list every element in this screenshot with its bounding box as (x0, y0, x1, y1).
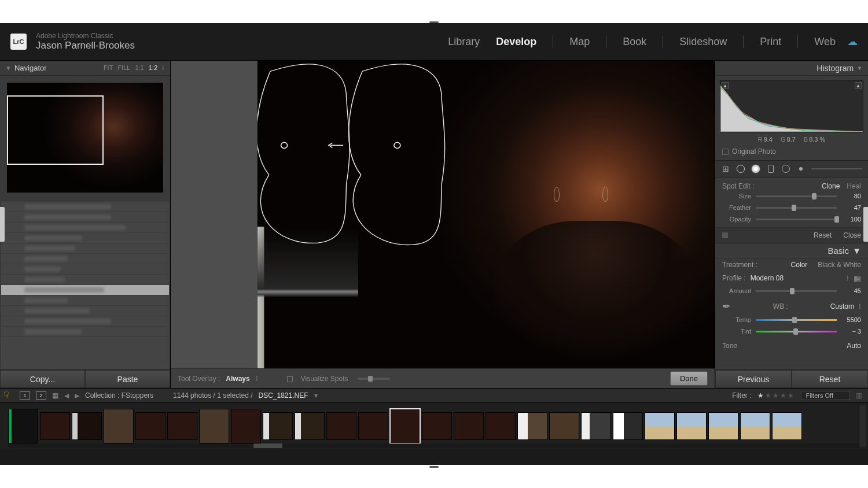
filter-stars[interactable]: ★★★★★ (757, 391, 795, 400)
copy-button[interactable]: Copy... (0, 370, 85, 388)
module-web[interactable]: Web (814, 36, 836, 48)
spot-feather-slider[interactable]: Feather 47 (722, 202, 861, 213)
visualize-slider[interactable] (358, 378, 390, 380)
filmstrip-thumb[interactable] (517, 412, 547, 440)
filmstrip-thumb[interactable] (295, 412, 325, 440)
filmstrip-thumb[interactable] (199, 409, 229, 443)
spot-mode-clone[interactable]: Clone (822, 182, 840, 190)
profile-amount-slider[interactable]: Amount 45 (722, 285, 861, 297)
spot-size-slider[interactable]: Size 80 (722, 190, 861, 202)
spot-tool-icon[interactable] (736, 164, 745, 173)
breadcrumb[interactable]: Collection : FStoppers (85, 391, 153, 400)
filmstrip-thumb[interactable] (231, 409, 261, 443)
filmstrip[interactable] (0, 403, 868, 449)
temp-slider[interactable]: Temp 5500 (722, 314, 861, 326)
filmstrip-thumb[interactable] (358, 412, 388, 440)
nav-back-icon[interactable]: ◀ (64, 392, 69, 400)
wb-caret-icon[interactable]: ⁞ (859, 302, 861, 310)
filmstrip-thumb[interactable] (581, 412, 611, 440)
spot-tool-active-icon[interactable] (751, 164, 760, 173)
filmstrip-thumb[interactable] (549, 412, 579, 440)
histogram[interactable]: ▲ ▲ (720, 80, 863, 132)
filmstrip-thumb[interactable] (104, 409, 134, 443)
wb-preset-picker[interactable]: Custom (830, 302, 854, 310)
left-panel-handle[interactable] (0, 207, 5, 242)
filter-lock-icon[interactable]: ▥ (856, 391, 862, 400)
wb-dropper-icon[interactable]: ✒ (722, 301, 731, 312)
filmstrip-thumb[interactable] (8, 409, 38, 443)
navigator-preview[interactable] (7, 83, 163, 193)
main-window-icon[interactable]: 1 (20, 391, 30, 400)
zoom-more-icon[interactable]: ⁞ (162, 64, 164, 72)
filmstrip-thumb[interactable] (772, 412, 802, 440)
filmstrip-thumb[interactable] (708, 412, 738, 440)
filmstrip-thumb[interactable] (740, 412, 770, 440)
filmstrip-thumb[interactable] (72, 412, 102, 440)
filmstrip-thumb[interactable] (486, 412, 516, 440)
filename-caret-icon[interactable]: ▾ (314, 391, 318, 400)
basic-panel-header[interactable]: Basic▼ (715, 243, 868, 258)
auto-tone-button[interactable]: Auto (847, 342, 861, 350)
histogram-header[interactable]: Histogram▼ (715, 61, 868, 76)
module-book[interactable]: Book (623, 36, 646, 48)
treatment-color[interactable]: Color (791, 261, 808, 269)
module-slideshow[interactable]: Slideshow (679, 36, 727, 48)
navigator-viewport-frame[interactable] (7, 95, 104, 165)
original-photo-toggle[interactable]: Original Photo (715, 146, 868, 160)
panel-switch-icon[interactable] (722, 232, 728, 238)
spot-opacity-slider[interactable]: Opacity 100 (722, 213, 861, 225)
redeye-tool-icon[interactable] (766, 164, 775, 173)
module-print[interactable]: Print (760, 36, 781, 48)
profile-caret-icon[interactable]: ⁞ (847, 274, 849, 282)
tool-overlay-value[interactable]: Always (226, 375, 249, 383)
treatment-bw[interactable]: Black & White (818, 261, 861, 269)
zoom-1-1[interactable]: 1:1 (135, 64, 144, 72)
grid-view-icon[interactable]: ▦ (52, 391, 58, 400)
right-panel-handle[interactable] (863, 207, 868, 242)
reset-button[interactable]: Reset (792, 370, 868, 388)
previous-button[interactable]: Previous (715, 370, 792, 388)
filmstrip-thumb[interactable] (135, 412, 165, 440)
identity-plate[interactable]: Jason Parnell-Brookes (36, 40, 135, 51)
filmstrip-thumb[interactable] (645, 412, 675, 440)
tint-slider[interactable]: Tint − 3 (722, 326, 861, 337)
filmstrip-thumb[interactable] (40, 412, 70, 440)
overlay-caret-icon[interactable]: ⁞ (256, 375, 258, 383)
module-map[interactable]: Map (569, 36, 590, 48)
spot-reset-button[interactable]: Reset (814, 231, 832, 239)
zoom-fit[interactable]: FIT (104, 64, 113, 72)
filmstrip-scrollbar[interactable] (8, 443, 860, 448)
cloud-sync-icon[interactable]: ☁ (847, 35, 858, 48)
module-develop[interactable]: Develop (496, 36, 536, 48)
zoom-fill[interactable]: FILL (117, 64, 130, 72)
paste-button[interactable]: Paste (85, 370, 170, 388)
navigator-header[interactable]: ▼ Navigator FIT FILL 1:1 1:2 ⁞ (0, 61, 170, 76)
gradient-tool-icon[interactable] (781, 164, 790, 173)
filmstrip-thumb[interactable] (454, 412, 484, 440)
spot-removal-overlay[interactable] (258, 61, 715, 368)
filter-preset-picker[interactable]: Filters Off (801, 391, 850, 400)
filmstrip-thumb[interactable] (676, 412, 707, 440)
crop-tool-icon[interactable]: ⊞ (721, 164, 730, 173)
profile-browser-icon[interactable]: ▦ (854, 273, 861, 283)
done-button[interactable]: Done (670, 371, 708, 386)
folders-panel[interactable] (1, 202, 169, 369)
filmstrip-thumb[interactable] (326, 412, 356, 440)
filmstrip-scroll-thumb[interactable] (253, 443, 282, 448)
visualize-checkbox[interactable] (287, 376, 293, 382)
module-library[interactable]: Library (448, 36, 480, 48)
brush-tool-icon[interactable] (796, 164, 806, 173)
zoom-1-2[interactable]: 1:2 (149, 64, 157, 72)
nav-fwd-icon[interactable]: ▶ (75, 392, 79, 400)
profile-picker[interactable]: Modern 08 (751, 274, 842, 282)
image-canvas[interactable] (258, 61, 715, 368)
filmstrip-thumb[interactable] (263, 412, 293, 440)
module-sep (663, 35, 663, 48)
spot-close-button[interactable]: Close (843, 231, 861, 239)
second-window-icon[interactable]: 2 (36, 391, 46, 400)
filmstrip-thumb[interactable] (167, 412, 197, 440)
filmstrip-thumb[interactable] (613, 412, 643, 440)
filmstrip-thumb-selected[interactable] (390, 409, 420, 443)
spot-mode-heal[interactable]: Heal (847, 182, 861, 190)
filmstrip-thumb[interactable] (422, 412, 452, 440)
